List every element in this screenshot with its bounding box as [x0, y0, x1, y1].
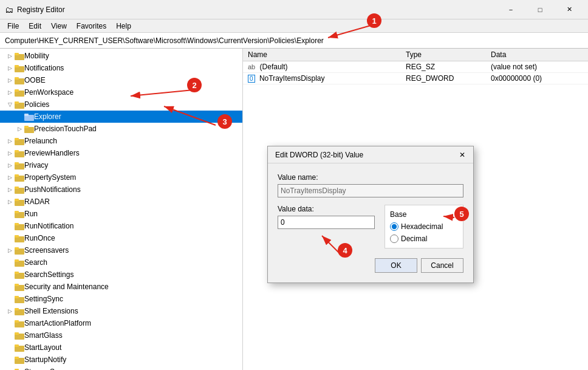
- tree-item-prelaunch[interactable]: ▷ Prelaunch: [0, 135, 242, 147]
- reg-type: REG_SZ: [401, 61, 486, 73]
- folder-icon: [15, 52, 24, 60]
- tree-item-search[interactable]: Search: [0, 256, 242, 269]
- folder-icon: [15, 210, 24, 218]
- tree-label: PushNotifications: [24, 185, 81, 194]
- tree-item-shell-extensions[interactable]: ▷ Shell Extensions: [0, 305, 242, 317]
- tree-item-previewhandlers[interactable]: ▷ PreviewHandlers: [0, 147, 242, 159]
- folder-icon: [15, 222, 24, 230]
- svg-rect-35: [15, 259, 19, 262]
- close-button[interactable]: ✕: [555, 0, 583, 19]
- tree-item-security-maintenance[interactable]: Security and Maintenance: [0, 281, 242, 293]
- table-row[interactable]: 0 NoTrayItemsDisplay REG_DWORD 0x0000000…: [243, 73, 588, 84]
- menu-edit[interactable]: Edit: [24, 21, 46, 32]
- tree-item-penworkspace[interactable]: ▷ PenWorkspace: [0, 86, 242, 98]
- maximize-button[interactable]: □: [526, 0, 554, 19]
- svg-rect-31: [15, 235, 19, 238]
- tree-item-radar[interactable]: ▷ RADAR: [0, 196, 242, 208]
- menu-file[interactable]: File: [2, 21, 24, 32]
- expand-icon: ▷: [5, 148, 15, 158]
- value-name-input[interactable]: [278, 184, 463, 197]
- reg-ab-icon: ab: [248, 63, 255, 70]
- tree-item-privacy[interactable]: ▷ Privacy: [0, 159, 242, 171]
- expand-icon: [5, 282, 15, 292]
- tree-item-run[interactable]: Run: [0, 208, 242, 220]
- cancel-button[interactable]: Cancel: [421, 258, 463, 273]
- modal-close-button[interactable]: ✕: [456, 149, 468, 161]
- tree-item-smartglass[interactable]: SmartGlass: [0, 329, 242, 341]
- radio-hex-text: Hexadecimal: [401, 222, 443, 231]
- expand-icon: [5, 233, 15, 243]
- modal-footer: OK Cancel: [278, 258, 463, 273]
- modal-body: Value name: Value data: Base Hexadecimal: [268, 163, 473, 283]
- menu-help[interactable]: Help: [111, 21, 136, 32]
- modal-titlebar: Edit DWORD (32-bit) Value ✕: [268, 146, 473, 163]
- tree-label: SmartGlass: [24, 331, 63, 340]
- svg-rect-1: [15, 53, 19, 55]
- svg-rect-37: [15, 272, 19, 274]
- tree-label: Shell Extensions: [24, 307, 78, 315]
- svg-rect-3: [15, 65, 19, 67]
- expand-icon: ▷: [15, 124, 24, 134]
- tree-item-screensavers[interactable]: ▷ Screensavers: [0, 244, 242, 256]
- app-title: Registry Editor: [17, 5, 65, 14]
- tree-item-policies[interactable]: ▽ Policies: [0, 98, 242, 111]
- radio-dec-label[interactable]: Decimal: [390, 235, 458, 243]
- tree-label: SearchSettings: [24, 270, 74, 279]
- expand-icon: [5, 221, 15, 231]
- folder-icon: [15, 197, 24, 206]
- app-icon: 🗂: [5, 5, 13, 15]
- tree-item-storagesense[interactable]: StorageSense: [0, 366, 242, 370]
- tree-label: PenWorkspace: [24, 88, 74, 97]
- col-name: Name: [243, 49, 401, 61]
- tree-item-oobe[interactable]: ▷ OOBE: [0, 74, 242, 86]
- tree-label: Screensavers: [24, 246, 69, 255]
- tree-item-propertysystem[interactable]: ▷ PropertySystem: [0, 171, 242, 183]
- reg-dword-icon: 0: [248, 75, 255, 83]
- tree-label: SmartActionPlatform: [24, 319, 91, 327]
- menu-favorites[interactable]: Favorites: [72, 21, 111, 32]
- expand-icon: [5, 331, 15, 340]
- tree-label: PrecisionTouchPad: [34, 125, 97, 133]
- menu-view[interactable]: View: [46, 21, 72, 32]
- expand-icon: ▷: [5, 306, 15, 316]
- base-label: Base: [390, 210, 458, 219]
- folder-icon: [24, 125, 34, 133]
- folder-icon: [15, 88, 24, 97]
- tree-item-searchsettings[interactable]: SearchSettings: [0, 269, 242, 281]
- folder-icon: [24, 112, 34, 121]
- tree-label: RunNotification: [24, 222, 74, 230]
- ok-button[interactable]: OK: [375, 258, 417, 273]
- svg-rect-49: [15, 344, 19, 347]
- tree-label: RunOnce: [24, 234, 55, 242]
- expand-icon: ▷: [5, 136, 15, 146]
- tree-item-runonce[interactable]: RunOnce: [0, 232, 242, 244]
- radio-decimal[interactable]: [390, 235, 398, 243]
- radio-hexadecimal[interactable]: [390, 222, 398, 231]
- tree-label: Notifications: [24, 64, 64, 72]
- tree-item-settingsync[interactable]: SettingSync: [0, 293, 242, 305]
- expand-icon: ▽: [5, 100, 15, 109]
- tree-label: PropertySystem: [24, 173, 76, 182]
- tree-item-explorer[interactable]: Explorer: [0, 111, 242, 123]
- tree-item-pushnotifications[interactable]: ▷ PushNotifications: [0, 183, 242, 196]
- reg-entry-name: NoTrayItemsDisplay: [259, 74, 325, 83]
- base-group: Base Hexadecimal Decimal: [385, 205, 463, 248]
- reg-type: REG_DWORD: [401, 73, 486, 84]
- tree-item-precisiontouchpad[interactable]: ▷ PrecisionTouchPad: [0, 123, 242, 135]
- radio-group: Hexadecimal Decimal: [390, 222, 458, 243]
- tree-item-runnotification[interactable]: RunNotification: [0, 220, 242, 232]
- folder-icon: [15, 173, 24, 182]
- folder-icon: [15, 234, 24, 242]
- minimize-button[interactable]: −: [497, 0, 525, 19]
- tree-item-smartactionplatform[interactable]: SmartActionPlatform: [0, 317, 242, 329]
- tree-item-notifications[interactable]: ▷ Notifications: [0, 62, 242, 74]
- table-row[interactable]: ab (Default) REG_SZ (value not set): [243, 61, 588, 73]
- radio-hex-label[interactable]: Hexadecimal: [390, 222, 458, 231]
- tree-label: Run: [24, 210, 38, 218]
- tree-label: Explorer: [34, 112, 61, 121]
- tree-item-startupnotify[interactable]: StartupNotify: [0, 354, 242, 366]
- tree-item-startlayout[interactable]: StartLayout: [0, 341, 242, 354]
- value-data-input[interactable]: [278, 216, 375, 229]
- folder-icon: [15, 307, 24, 315]
- tree-item-mobility[interactable]: ▷ Mobility: [0, 50, 242, 62]
